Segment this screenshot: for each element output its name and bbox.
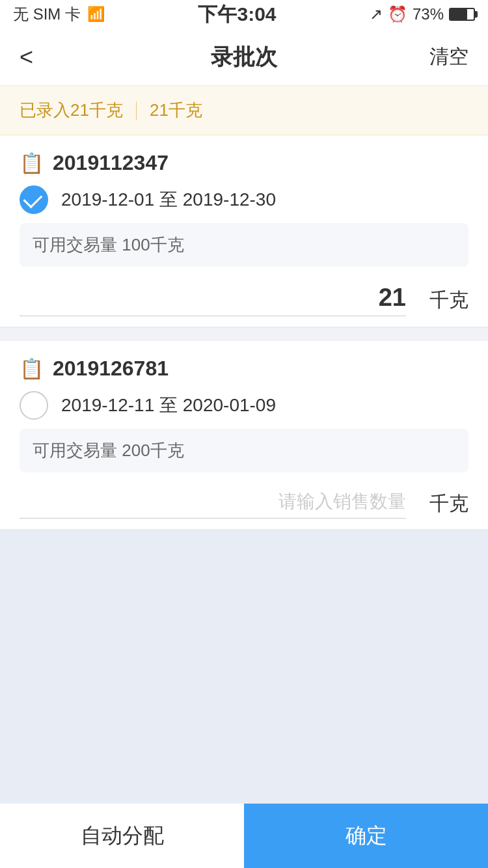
batch-row-1[interactable]: 2019-12-01 至 2019-12-30 (0, 182, 488, 221)
battery-percent: 73% (413, 5, 444, 23)
qty-input-1[interactable]: 21 (20, 284, 406, 316)
back-button[interactable]: < (20, 44, 59, 71)
amount-value: 21千克 (150, 99, 202, 122)
batch-id-1: 2019112347 (53, 151, 169, 175)
wifi-icon: 📶 (87, 6, 105, 23)
batch-icon-1: 📋 (20, 152, 44, 174)
location-icon: ↗ (370, 5, 383, 23)
batch-avail-1: 可用交易量 100千克 (20, 223, 468, 267)
qty-row-1: 21 千克 (0, 273, 488, 327)
qty-row-2: 请输入销售数量 千克 (0, 479, 488, 529)
bottom-bar: 自动分配 确定 (0, 803, 488, 868)
clear-button[interactable]: 清空 (429, 44, 468, 70)
content-area: 已录入21千克 21千克 📋 2019112347 2019-12-01 至 2… (0, 86, 488, 804)
recorded-amount: 已录入21千克 (20, 99, 123, 122)
batch-avail-2: 可用交易量 200千克 (20, 429, 468, 472)
batch-header-1: 📋 2019112347 (0, 135, 488, 182)
status-right: ↗ ⏰ 73% (370, 5, 475, 23)
batch-card-2: 📋 2019126781 2019-12-11 至 2020-01-09 可用交… (0, 341, 488, 529)
carrier-label: 无 SIM 卡 (13, 4, 81, 25)
auto-distribute-button[interactable]: 自动分配 (0, 804, 244, 868)
battery-icon (449, 8, 475, 21)
page-title: 录批次 (211, 42, 277, 72)
bottom-spacer (0, 530, 488, 804)
batch-icon-2: 📋 (20, 357, 44, 380)
status-bar: 无 SIM 卡 📶 下午3:04 ↗ ⏰ 73% (0, 0, 488, 29)
qty-unit-1: 千克 (429, 287, 468, 314)
batch-date-2: 2019-12-11 至 2020-01-09 (61, 393, 276, 418)
batch-header-2: 📋 2019126781 (0, 341, 488, 387)
qty-unit-2: 千克 (429, 491, 468, 517)
status-time: 下午3:04 (198, 1, 276, 28)
batch-card-1: 📋 2019112347 2019-12-01 至 2019-12-30 可用交… (0, 135, 488, 327)
confirm-button[interactable]: 确定 (244, 804, 488, 868)
nav-bar: < 录批次 清空 (0, 29, 488, 86)
alarm-icon: ⏰ (388, 5, 407, 23)
qty-placeholder-2: 请输入销售数量 (278, 489, 406, 514)
qty-input-2[interactable]: 请输入销售数量 (20, 489, 406, 519)
radio-selected-1[interactable] (20, 185, 48, 214)
batch-row-2[interactable]: 2019-12-11 至 2020-01-09 (0, 387, 488, 426)
info-banner: 已录入21千克 21千克 (0, 86, 488, 135)
banner-divider (136, 102, 137, 120)
batch-id-2: 2019126781 (53, 357, 169, 381)
radio-unselected-2[interactable] (20, 391, 48, 420)
gap-1 (0, 328, 488, 341)
qty-value-1: 21 (379, 284, 406, 312)
batch-date-1: 2019-12-01 至 2019-12-30 (61, 187, 276, 212)
status-left: 无 SIM 卡 📶 (13, 4, 105, 25)
